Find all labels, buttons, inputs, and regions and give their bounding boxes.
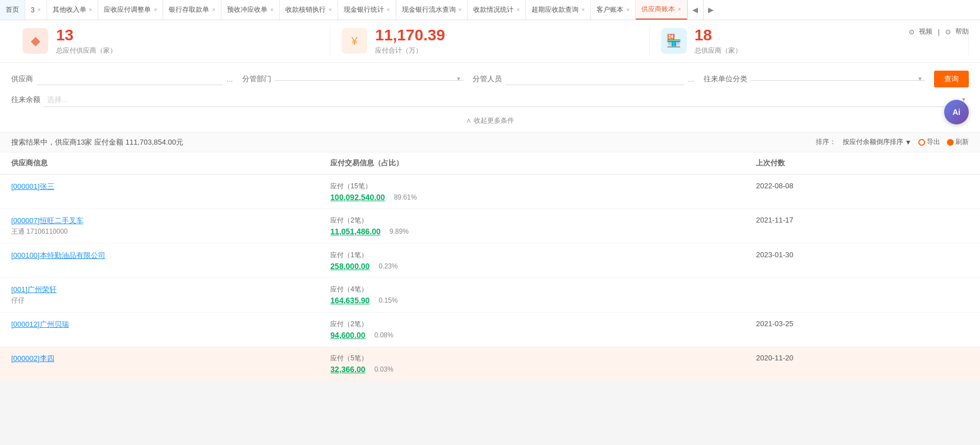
nav-tab-cash-flow-label: 现金银行流水查询 [402,5,456,15]
trans-amount-0[interactable]: 100,092,540.00 [330,193,385,202]
lastpay-date-1: 2021-11-17 [756,216,793,224]
balance-select[interactable]: 选择... ▼ [44,93,969,107]
supplier-link-2[interactable]: [000100]本特勤油品有限公司 [11,251,330,261]
nav-tab-customer-account[interactable]: 客户账本 × [591,0,636,20]
sort-option-label: 按应付余额倒序排序 [843,137,903,147]
table-row[interactable]: [000100]本特勤油品有限公司 应付（1笔） 258,000.00 0.23… [0,244,980,278]
supplier-link-1[interactable]: [000007]恒旺二手叉车 [11,216,330,226]
trans-percent-3: 0.15% [378,296,397,304]
nav-tab-collect-stat[interactable]: 收款情况统计 × [468,0,526,20]
trans-row-1: 11,051,486.00 9.89% [330,227,756,236]
sort-label: 排序： [816,137,836,147]
nav-tab-cash-stat-close[interactable]: × [387,7,390,13]
nav-tab-adjustment-close[interactable]: × [154,7,157,13]
balance-label: 往来余额 [11,95,40,105]
trans-percent-1: 9.89% [390,228,409,235]
total-suppliers-number: 18 [695,27,742,44]
export-button[interactable]: 导出 [918,137,940,147]
lastpay-date-5: 2020-11-20 [756,354,793,362]
nav-tab-customer-account-close[interactable]: × [626,7,630,13]
sort-select[interactable]: 按应付余额倒序排序 ▼ [843,137,912,147]
nav-prev-button[interactable]: ◀ [687,0,703,20]
total-payable-number: 11,170.39 [375,27,445,44]
supplier-dots-icon[interactable]: ... [226,75,233,84]
query-button[interactable]: 查询 [934,71,969,87]
result-text: 搜索结果中，供应商13家 应付金额 111,703,854.00元 [11,137,183,147]
nav-tab-overdue-close[interactable]: × [581,7,585,13]
ai-assistant-button[interactable]: Ai [944,100,969,124]
nav-tab-verify[interactable]: 收款核销执行 × [280,0,338,20]
nav-tab-bank-deposit[interactable]: 银行存取款单 × [163,0,221,20]
nav-tab-supplier-account[interactable]: 供应商账本 × [636,0,687,20]
summary-info-payable: 13 总应付供应商（家） [56,27,117,55]
refresh-button[interactable]: 刷新 [947,137,969,147]
nav-tab-pre-collect[interactable]: 预收冲应收单 × [221,0,280,20]
supplier-link-5[interactable]: [000002]李四 [11,354,330,364]
trans-count-3: 应付（4笔） [330,285,756,294]
nav-tab-cash-flow-close[interactable]: × [459,7,462,13]
nav-tab-other-income[interactable]: 其他收入单 × [47,0,99,20]
nav-tab-adjustment[interactable]: 应收应付调整单 × [98,0,163,20]
supplier-link-3[interactable]: [001]广州荣轩 [11,285,330,295]
supplier-label: 供应商 [11,74,33,84]
person-dots-icon[interactable]: ... [688,75,695,84]
nav-tab-cash-flow[interactable]: 现金银行流水查询 × [396,0,468,20]
lastpay-cell-4: 2021-03-25 [756,319,969,328]
trans-row-2: 258,000.00 0.23% [330,262,756,271]
trans-count-2: 应付（1笔） [330,251,756,260]
collapse-bar[interactable]: ∧ 收起更多条件 [11,113,969,129]
nav-next-button[interactable]: ▶ [703,0,719,20]
table-row[interactable]: [000002]李四 应付（5笔） 32,366.00 0.03% 2020-1… [0,347,980,381]
person-label: 分管人员 [473,74,502,84]
table-row[interactable]: [001]广州荣轩 仔仔 应付（4笔） 164,635.90 0.15% [0,278,980,313]
nav-tab-supplier-account-close[interactable]: × [678,6,681,12]
table-row[interactable]: [000007]恒旺二手叉车 王通 17106110000 应付（2笔） 11,… [0,209,980,244]
nav-tab-3[interactable]: 3 × [25,0,47,20]
table-row[interactable]: [000012]广州贝瑞 应付（2笔） 94,600.00 0.08% 2021… [0,313,980,347]
trans-amount-4[interactable]: 94,600.00 [330,331,365,340]
total-suppliers-label: 总供应商（家） [695,46,742,55]
nav-tab-verify-close[interactable]: × [329,7,332,13]
category-filter: 往来单位分类 ▼ [704,74,926,84]
supplier-link-4[interactable]: [000012]广州贝瑞 [11,319,330,330]
nav-tab-collect-stat-close[interactable]: × [516,7,520,13]
trans-count-5: 应付（5笔） [330,354,756,363]
trans-count-4: 应付（2笔） [330,319,756,329]
nav-tab-bank-deposit-close[interactable]: × [212,7,215,13]
dept-label: 分管部门 [242,74,271,84]
collapse-label: ∧ 收起更多条件 [466,117,514,124]
diamond-icon: ◆ [22,28,48,54]
nav-tab-customer-account-label: 客户账本 [597,5,623,15]
category-label: 往来单位分类 [704,74,747,84]
trans-amount-1[interactable]: 11,051,486.00 [330,227,381,236]
help-link[interactable]: 帮助 [955,27,969,36]
nav-tab-home[interactable]: 首页 [0,0,25,20]
balance-select-value: 选择... [47,95,68,105]
col-header-transaction: 应付交易信息（占比） [330,158,756,168]
trans-amount-2[interactable]: 258,000.00 [330,262,369,271]
video-link[interactable]: 视频 [919,27,932,36]
nav-tab-cash-stat[interactable]: 现金银行统计 × [338,0,396,20]
trans-amount-3[interactable]: 164,635.90 [330,296,369,305]
table-row[interactable]: [000001]张三 应付（15笔） 100,092,540.00 89.61%… [0,175,980,209]
trans-row-0: 100,092,540.00 89.61% [330,193,756,202]
person-filter: 分管人员 ... [473,73,695,85]
nav-tab-other-income-close[interactable]: × [89,7,93,13]
trans-amount-5[interactable]: 32,366.00 [330,365,365,374]
circle-icon: ⊙ [909,28,914,36]
person-input[interactable] [505,73,685,85]
supplier-input[interactable] [36,73,223,85]
nav-tab-bank-deposit-label: 银行存取款单 [169,5,209,15]
supplier-link-0[interactable]: [000001]张三 [11,182,330,192]
supplier-cell-1: [000007]恒旺二手叉车 王通 17106110000 [11,216,330,237]
top-right-links: ⊙ 视频 | ⊙ 帮助 [909,27,969,36]
dept-select[interactable]: ▼ [275,77,464,81]
nav-tab-overdue-label: 超期应收款查询 [531,5,579,15]
category-select[interactable]: ▼ [751,77,926,81]
export-label: 导出 [927,137,940,147]
nav-tab-pre-collect-close[interactable]: × [270,7,274,13]
filter-bar: 供应商 ... 分管部门 ▼ 分管人员 ... 往来单位分类 ▼ 查询 往来 [0,63,980,133]
nav-tab-3-close[interactable]: × [38,7,41,13]
nav-tab-overdue[interactable]: 超期应收款查询 × [526,0,591,20]
lastpay-cell-0: 2022-08-08 [756,182,969,190]
